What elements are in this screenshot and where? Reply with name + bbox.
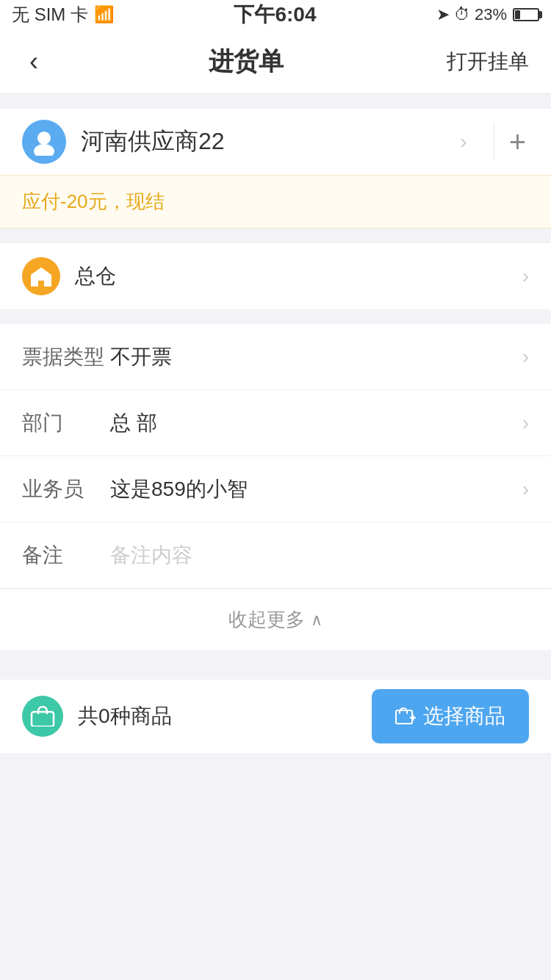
department-label: 部门 (22, 409, 110, 437)
battery-percent: 23% (475, 5, 507, 24)
product-count-label: 共0种商品 (78, 702, 372, 730)
status-carrier: 无 SIM 卡 📶 (12, 3, 114, 26)
supplier-chevron-icon: › (460, 130, 467, 154)
department-value: 总 部 (110, 409, 522, 437)
select-product-button[interactable]: 选择商品 (372, 689, 529, 743)
remark-row[interactable]: 备注 备注内容 (0, 522, 551, 588)
select-product-icon (395, 707, 416, 725)
gap-2 (0, 228, 551, 243)
salesman-row[interactable]: 业务员 这是859的小智 › (0, 456, 551, 522)
salesman-chevron-icon: › (522, 478, 529, 501)
invoice-type-chevron-icon: › (522, 345, 529, 369)
collapse-row[interactable]: 收起更多 ∧ (0, 588, 551, 650)
invoice-type-value: 不开票 (110, 343, 522, 371)
warehouse-row[interactable]: 总仓 › (0, 243, 551, 309)
carrier-text: 无 SIM 卡 (12, 3, 88, 26)
collapse-label: 收起更多 (228, 607, 305, 633)
wifi-icon: 📶 (94, 5, 114, 24)
person-avatar-icon (30, 128, 58, 156)
house-icon (29, 266, 53, 287)
notice-banner: 应付-20元，现结 (0, 175, 551, 228)
product-icon (22, 696, 63, 737)
form-card: 票据类型 不开票 › 部门 总 部 › 业务员 这是859的小智 › 备注 备注… (0, 324, 551, 650)
gap-4 (0, 650, 551, 665)
status-time: 下午6:04 (234, 1, 316, 29)
add-supplier-button[interactable]: + (506, 126, 529, 159)
salesman-value: 这是859的小智 (110, 475, 522, 503)
svg-rect-2 (32, 712, 54, 727)
gap-1 (0, 94, 551, 109)
bottom-bar: 共0种商品 选择商品 (0, 680, 551, 753)
svg-point-0 (37, 131, 51, 145)
invoice-type-row[interactable]: 票据类型 不开票 › (0, 324, 551, 390)
status-right: ➤ ⏱ 23% (436, 5, 539, 24)
warehouse-icon (22, 257, 60, 295)
remark-input[interactable]: 备注内容 (110, 541, 529, 569)
location-icon: ➤ (436, 5, 450, 24)
supplier-card: 河南供应商22 › + 应付-20元，现结 (0, 109, 551, 228)
back-button[interactable]: ‹ (22, 39, 46, 84)
warehouse-card: 总仓 › (0, 243, 551, 309)
supplier-avatar (22, 120, 66, 164)
gap-3 (0, 309, 551, 324)
salesman-label: 业务员 (22, 475, 110, 503)
alarm-icon: ⏱ (454, 5, 470, 24)
invoice-type-label: 票据类型 (22, 343, 110, 371)
select-product-label: 选择商品 (423, 702, 505, 730)
warehouse-chevron-icon: › (522, 264, 529, 288)
open-pending-button[interactable]: 打开挂单 (447, 48, 529, 76)
nav-bar: ‹ 进货单 打开挂单 (0, 29, 551, 94)
department-chevron-icon: › (522, 411, 529, 435)
status-bar: 无 SIM 卡 📶 下午6:04 ➤ ⏱ 23% (0, 0, 551, 29)
svg-point-1 (34, 144, 54, 156)
remark-label: 备注 (22, 541, 110, 569)
collapse-arrow-icon: ∧ (311, 610, 323, 630)
supplier-name: 河南供应商22 (81, 126, 460, 158)
page-title: 进货单 (209, 45, 284, 79)
battery-icon (513, 8, 539, 21)
shopping-bag-icon (30, 706, 55, 727)
svg-rect-3 (396, 710, 412, 724)
warehouse-name: 总仓 (75, 262, 522, 290)
department-row[interactable]: 部门 总 部 › (0, 390, 551, 456)
supplier-row[interactable]: 河南供应商22 › + (0, 109, 551, 175)
divider (494, 123, 494, 160)
